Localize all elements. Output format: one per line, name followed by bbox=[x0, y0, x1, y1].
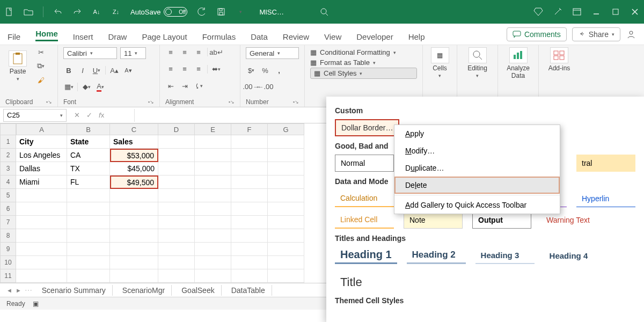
cell[interactable] bbox=[195, 162, 231, 175]
cell[interactable] bbox=[67, 269, 110, 283]
refresh-icon[interactable] bbox=[197, 7, 207, 17]
cell[interactable] bbox=[158, 269, 195, 283]
cell-styles-button[interactable]: ▦Cell Styles▾ bbox=[310, 68, 417, 79]
align-left-icon[interactable]: ≡ bbox=[165, 64, 176, 74]
col-header[interactable]: D bbox=[158, 123, 195, 135]
cell[interactable] bbox=[158, 243, 195, 256]
cell[interactable] bbox=[231, 243, 268, 256]
style-title[interactable]: Title bbox=[335, 274, 394, 291]
number-format-select[interactable]: General▾ bbox=[246, 47, 299, 59]
cell[interactable]: TX bbox=[67, 162, 110, 175]
cell[interactable] bbox=[268, 243, 304, 256]
cell[interactable]: $53,000 bbox=[110, 149, 158, 162]
col-header[interactable]: C bbox=[110, 123, 158, 135]
cell[interactable] bbox=[158, 135, 195, 149]
cell[interactable] bbox=[231, 149, 268, 162]
cell[interactable] bbox=[195, 269, 231, 283]
cell[interactable] bbox=[231, 135, 268, 149]
cell[interactable] bbox=[16, 229, 67, 243]
tab-home[interactable]: Home bbox=[35, 29, 58, 45]
style-heading-4[interactable]: Heading 4 bbox=[544, 247, 603, 264]
enter-formula-icon[interactable]: ✓ bbox=[86, 111, 92, 119]
ribbon-mode-icon[interactable] bbox=[572, 7, 582, 17]
row-header[interactable]: 10 bbox=[0, 256, 16, 269]
cell[interactable] bbox=[268, 135, 304, 149]
row-header[interactable]: 11 bbox=[0, 269, 16, 283]
align-middle-icon[interactable]: ≡ bbox=[179, 47, 190, 57]
row-header[interactable]: 8 bbox=[0, 229, 16, 243]
row-header[interactable]: 2 bbox=[0, 149, 16, 162]
alignment-launcher-icon[interactable]: ▪↘ bbox=[229, 99, 235, 105]
comma-icon[interactable]: , bbox=[274, 65, 284, 75]
tab-data[interactable]: Data bbox=[251, 32, 268, 45]
wand-icon[interactable] bbox=[553, 7, 562, 17]
cell[interactable] bbox=[231, 202, 268, 216]
cell[interactable] bbox=[195, 189, 231, 202]
sheet-next-icon[interactable]: ► bbox=[16, 287, 21, 294]
style-heading-2[interactable]: Heading 2 bbox=[407, 247, 466, 264]
minimize-icon[interactable] bbox=[591, 7, 601, 17]
borders-icon[interactable]: ▦▾ bbox=[63, 82, 74, 92]
cell[interactable] bbox=[268, 149, 304, 162]
cell[interactable] bbox=[268, 216, 304, 229]
sort-asc-icon[interactable]: A↓ bbox=[92, 7, 101, 17]
cell[interactable] bbox=[67, 189, 110, 202]
ctx-add-to-qat[interactable]: Add Gallery to Quick Access Toolbar bbox=[394, 196, 560, 214]
cell[interactable] bbox=[195, 202, 231, 216]
diamond-icon[interactable] bbox=[533, 7, 543, 17]
ctx-delete[interactable]: Delete bbox=[394, 177, 560, 194]
col-header[interactable]: E bbox=[195, 123, 231, 135]
select-all-corner[interactable] bbox=[0, 123, 16, 135]
cell[interactable] bbox=[268, 162, 304, 175]
cut-icon[interactable]: ✂ bbox=[35, 47, 46, 57]
cell[interactable] bbox=[67, 216, 110, 229]
cell[interactable] bbox=[110, 189, 158, 202]
cell[interactable] bbox=[268, 175, 304, 189]
cell[interactable]: $49,500 bbox=[110, 175, 158, 189]
font-launcher-icon[interactable]: ▪↘ bbox=[148, 99, 154, 105]
close-icon[interactable] bbox=[630, 7, 640, 17]
cell[interactable]: $45,000 bbox=[110, 162, 158, 175]
search-icon[interactable] bbox=[319, 7, 329, 17]
cell[interactable] bbox=[158, 202, 195, 216]
autosave-toggle[interactable]: AutoSave Off bbox=[130, 7, 187, 17]
font-size-select[interactable]: 11▾ bbox=[120, 47, 146, 59]
align-bottom-icon[interactable]: ≡ bbox=[193, 47, 204, 57]
style-normal[interactable]: Normal bbox=[335, 155, 394, 172]
italic-button[interactable]: I bbox=[77, 65, 88, 75]
tab-review[interactable]: Review bbox=[283, 32, 309, 45]
cell[interactable] bbox=[195, 135, 231, 149]
col-header[interactable]: A bbox=[16, 123, 67, 135]
ctx-duplicate[interactable]: Duplicate… bbox=[394, 159, 560, 177]
tab-help[interactable]: Help bbox=[408, 32, 425, 45]
fx-icon[interactable]: fx bbox=[99, 111, 104, 119]
redo-icon[interactable] bbox=[72, 7, 82, 17]
cell[interactable] bbox=[110, 256, 158, 269]
cell[interactable] bbox=[16, 269, 67, 283]
tab-view[interactable]: View bbox=[324, 32, 341, 45]
cell[interactable]: State bbox=[67, 135, 110, 149]
cell[interactable] bbox=[158, 162, 195, 175]
sheet-tab[interactable]: ScenarioMgr bbox=[116, 285, 172, 296]
comments-button[interactable]: Comments bbox=[507, 27, 567, 41]
cell[interactable] bbox=[195, 256, 231, 269]
cell[interactable] bbox=[195, 216, 231, 229]
cell[interactable] bbox=[158, 189, 195, 202]
grow-font-icon[interactable]: A▴ bbox=[109, 65, 120, 75]
col-header[interactable]: B bbox=[67, 123, 110, 135]
format-as-table-button[interactable]: ▦Format as Table▾ bbox=[310, 57, 417, 68]
ctx-apply[interactable]: Apply bbox=[394, 125, 560, 142]
underline-button[interactable]: U▾ bbox=[91, 65, 102, 75]
fill-color-icon[interactable]: ◆▾ bbox=[81, 82, 92, 92]
cell[interactable] bbox=[231, 175, 268, 189]
indent-dec-icon[interactable]: ⇤ bbox=[165, 81, 176, 91]
sheet-tab[interactable]: GoalSeek bbox=[175, 285, 221, 296]
font-name-select[interactable]: Calibri▾ bbox=[63, 47, 117, 59]
tab-file[interactable]: File bbox=[8, 32, 20, 45]
cell[interactable] bbox=[110, 216, 158, 229]
cell[interactable] bbox=[268, 256, 304, 269]
cell[interactable] bbox=[158, 216, 195, 229]
col-header[interactable]: F bbox=[231, 123, 268, 135]
tab-developer[interactable]: Developer bbox=[356, 32, 393, 45]
account-icon[interactable] bbox=[626, 30, 636, 39]
